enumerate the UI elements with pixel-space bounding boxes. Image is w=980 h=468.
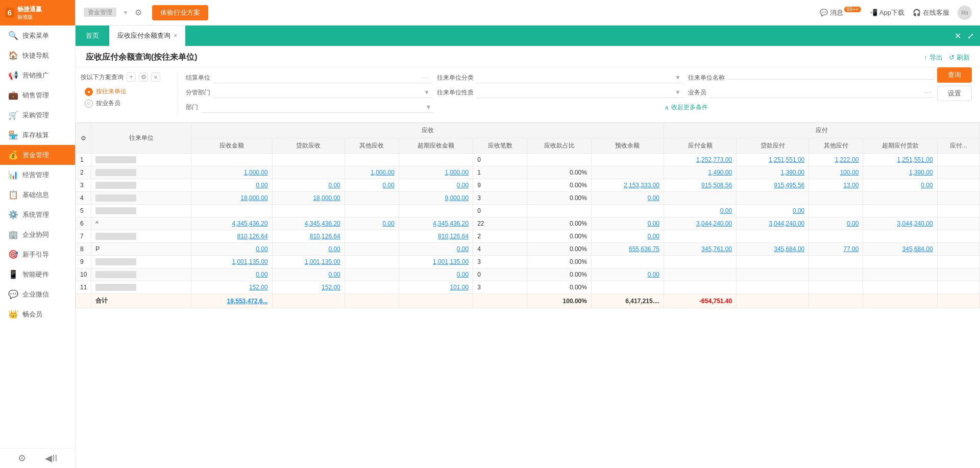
table-container[interactable]: ⚙ 往来单位 应收 应付 应收金额 贷款应收 其他应收 超期应收金额 应收笔数 [76,122,980,308]
th-ar-amount: 应收金额 [191,138,272,154]
sidebar-item-search[interactable]: 🔍 搜索菜单 [0,26,75,45]
sidebar-label-inventory: 库存核算 [22,131,49,140]
total-ar-ratio: 100.00% [527,294,592,308]
sidebar-item-sales[interactable]: 💼 销售管理 [0,85,75,105]
sidebar-item-system[interactable]: ⚙️ 系统管理 [0,205,75,225]
purchase-icon: 🛒 [8,110,18,120]
settlement-unit-dots: ··· [422,74,430,81]
sidebar-item-operation[interactable]: 📊 经营管理 [0,165,75,185]
partner-name-cell: hidden [91,154,191,166]
vip-icon: 👑 [8,309,18,319]
sidebar-item-vip[interactable]: 👑 畅会员 [0,304,75,324]
settlement-unit-input[interactable]: ··· [213,72,432,83]
export-icon: ↑ [924,54,928,61]
sales-icon: 💼 [8,90,18,100]
page-header: 应收应付余额查询(按往来单位) ↑ 导出 ↺ 刷新 [76,46,980,67]
add-scheme-btn[interactable]: + [127,72,136,82]
export-label: 导出 [929,53,943,62]
sidebar-item-basicinfo[interactable]: 📋 基础信息 [0,185,75,205]
scheme-by-salesperson[interactable]: ⊙ 按业务员 [81,97,172,109]
online-service-item[interactable]: 🎧 在线客服 [913,8,949,17]
inventory-icon: 🏪 [8,130,18,140]
user-avatar[interactable]: Rit [958,6,972,20]
total-ar-other [345,294,399,308]
salesperson-field: 业务员 ··· [688,87,934,98]
dept-arrow: ▼ [425,104,431,111]
refresh-button[interactable]: ↺ 刷新 [949,53,970,62]
total-label-cell: 合计 [91,294,191,308]
topbar-gear[interactable]: ⚙ [135,8,142,17]
table-total-row: 合计 19,553,472,6... 100.00% 6,417,215....… [76,294,980,308]
partner-name-cell: ^ [91,217,191,230]
manage-dept-input[interactable]: ▼ [213,87,432,98]
tab-ar-ap-label: 应收应付余额查询 [117,31,170,40]
partner-name-cell: hidden [91,268,191,281]
logo-sub: 标准版 [17,14,42,21]
th-ap-group: 应付 [664,123,980,138]
tab-close-window-icon[interactable]: ✕ [954,31,961,41]
tabbar-actions: ✕ ⤢ [948,26,980,46]
service-icon: 🎧 [913,9,921,16]
sidebar-label-sales: 销售管理 [22,91,49,100]
partner-name-cell: hidden [91,205,191,217]
system-icon: ⚙️ [8,210,18,219]
scheme-collapse-btn[interactable]: « [151,72,160,82]
partner-nature-input[interactable]: ▼ [477,87,683,98]
table-settings-icon: ⚙ [81,135,86,142]
sidebar-label-weixin: 企业微信 [22,290,49,299]
tab-close-icon[interactable]: × [174,32,177,39]
salesperson-input[interactable]: ··· [709,87,934,98]
app-download-item[interactable]: 📲 App下载 [869,8,904,17]
promo-button[interactable]: 体验行业方案 [152,5,208,20]
tab-expand-icon[interactable]: ⤢ [967,31,974,41]
sidebar-item-purchase[interactable]: 🛒 采购管理 [0,105,75,125]
dept-input[interactable]: ▼ [201,102,433,113]
sidebar-label-basicinfo: 基础信息 [22,190,49,200]
sidebar-item-quicknav[interactable]: 🏠 快捷导航 [0,45,75,65]
table-row: 10hidden0.000.000.0000.00%0.00 [76,268,980,281]
sidebar-item-marketing[interactable]: 📢 营销推广 [0,65,75,85]
topbar-breadcrumb-arrow: ▼ [122,9,129,16]
scheme-by-partner-label: 按往来单位 [96,87,127,96]
dept-field: 部门 ▼ [186,102,433,113]
partner-category-field: 往来单位分类 ▼ [437,72,683,83]
collapse-more-btn[interactable]: ∧ 收起更多条件 [665,103,708,112]
sidebar-label-smarthw: 智能硬件 [22,270,49,279]
partner-category-input[interactable]: ▼ [477,72,683,83]
app-icon: 📲 [869,9,877,16]
collapse-arrow-icon: ∧ [665,104,669,111]
operation-icon: 📊 [8,170,18,180]
data-table: ⚙ 往来单位 应收 应付 应收金额 贷款应收 其他应收 超期应收金额 应收笔数 [76,122,980,308]
tab-home[interactable]: 首页 [76,26,109,46]
filter-row-3: 部门 ▼ ∧ 收起更多条件 [186,102,934,113]
query-button[interactable]: 查询 [937,67,972,83]
scheme-settings-btn[interactable]: ⚙ [139,72,148,82]
search-icon: 🔍 [8,31,18,40]
sidebar-label-quicknav: 快捷导航 [22,51,49,60]
partner-name-cell: hidden [91,256,191,268]
th-settings[interactable]: ⚙ [76,123,91,154]
sidebar-item-weixin[interactable]: 💬 企业微信 [0,284,75,304]
marketing-icon: 📢 [8,70,18,80]
smarthw-icon: 📱 [8,269,18,279]
partner-name-input[interactable] [728,76,934,80]
scheme-by-partner[interactable]: ● 按往来单位 [81,86,172,97]
content-inner: 应收应付余额查询(按往来单位) ↑ 导出 ↺ 刷新 按 [76,46,980,468]
topbar-right: 💬 消息 99++ 📲 App下载 🎧 在线客服 Rit [820,6,972,20]
messages-item[interactable]: 💬 消息 99++ [820,8,861,17]
sidebar-collapse-btn[interactable]: ◀II [45,453,57,464]
message-badge: 99++ [844,7,861,12]
partner-name-field: 往来单位名称 [688,72,934,83]
sidebar-item-corpcoop[interactable]: 🏢 企业协同 [0,225,75,244]
settings-button[interactable]: 设置 [937,86,972,101]
query-buttons: 查询 设置 [937,67,972,101]
partner-name-cell: hidden [91,230,191,243]
settlement-unit-field: 结算单位 ··· [186,72,432,83]
sidebar-item-guide[interactable]: 🎯 新手引导 [0,244,75,264]
tab-ar-ap[interactable]: 应收应付余额查询 × [109,26,185,46]
sidebar-item-inventory[interactable]: 🏪 库存核算 [0,125,75,145]
sidebar-item-smarthw[interactable]: 📱 智能硬件 [0,264,75,284]
sidebar-item-finance[interactable]: 💰 资金管理 [0,145,75,165]
sidebar-settings-btn[interactable]: ⚙ [18,453,26,464]
export-button[interactable]: ↑ 导出 [924,53,943,62]
